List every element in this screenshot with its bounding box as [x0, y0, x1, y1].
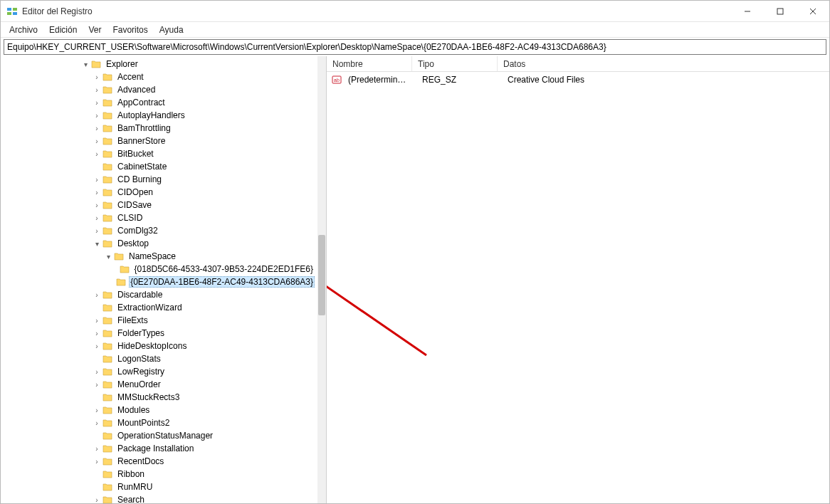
values-list[interactable]: ab (Predeterminado) REG_SZ Creative Clou…	[327, 72, 829, 86]
tree-item[interactable]: › CIDOpen	[1, 186, 317, 199]
chevron-down-icon[interactable]: ▾	[92, 240, 102, 248]
chevron-right-icon[interactable]: ›	[92, 112, 102, 120]
tree-item[interactable]: › Search	[1, 493, 317, 503]
tree-item[interactable]: › MountPoints2	[1, 416, 317, 429]
tree-item[interactable]: › Modules	[1, 404, 317, 416]
tree-item[interactable]: OperationStatusManager	[1, 429, 317, 442]
list-row[interactable]: ab (Predeterminado) REG_SZ Creative Clou…	[327, 73, 829, 86]
menu-favoritos[interactable]: Favoritos	[107, 23, 153, 36]
tree-item[interactable]: CabinetState	[1, 160, 317, 173]
folder-icon	[102, 123, 113, 133]
tree-item[interactable]: MMStuckRects3	[1, 391, 317, 404]
tree-item[interactable]: LogonStats	[1, 352, 317, 365]
svg-rect-2	[7, 12, 11, 15]
maximize-button[interactable]	[764, 1, 797, 22]
tree-item[interactable]: RunMRU	[1, 481, 317, 493]
tree-item-label: AppContract	[116, 98, 167, 107]
tree-pane: ▾ Explorer› Accent› Advanced› AppContrac…	[1, 56, 327, 503]
chevron-down-icon[interactable]: ▾	[80, 61, 90, 68]
tree-scrollbar-thumb[interactable]	[318, 235, 325, 315]
tree-item-selected[interactable]: {0E270DAA-1BE6-48F2-AC49-4313CDA686A3}	[1, 275, 317, 288]
chevron-right-icon[interactable]: ›	[92, 291, 102, 299]
svg-rect-0	[7, 8, 11, 11]
window-title: Editor del Registro	[22, 6, 93, 16]
tree-item-label: MountPoints2	[116, 418, 171, 428]
chevron-right-icon[interactable]: ›	[92, 73, 102, 81]
folder-icon	[102, 303, 113, 313]
tree-item[interactable]: › AppContract	[1, 96, 317, 109]
folder-icon	[102, 392, 113, 402]
tree-item[interactable]: › LowRegistry	[1, 365, 317, 378]
tree-item[interactable]: › BamThrottling	[1, 122, 317, 135]
svg-text:ab: ab	[334, 78, 340, 83]
tree-item[interactable]: › FileExts	[1, 314, 317, 327]
chevron-right-icon[interactable]: ›	[92, 496, 102, 504]
tree-item[interactable]: › HideDesktopIcons	[1, 340, 317, 352]
menu-edicion[interactable]: Edición	[43, 23, 83, 36]
folder-icon	[120, 264, 130, 274]
tree-item-label: Accent	[116, 72, 145, 82]
tree-item[interactable]: {018D5C66-4533-4307-9B53-224DE2ED1FE6}	[1, 263, 317, 275]
chevron-right-icon[interactable]: ›	[92, 86, 102, 94]
annotation-arrow	[327, 270, 483, 377]
col-nombre[interactable]: Nombre	[327, 56, 412, 71]
menu-archivo[interactable]: Archivo	[4, 23, 43, 36]
chevron-right-icon[interactable]: ›	[92, 227, 102, 235]
tree-item[interactable]: › ComDlg32	[1, 224, 317, 237]
chevron-right-icon[interactable]: ›	[92, 458, 102, 466]
folder-icon	[102, 482, 113, 492]
tree-item[interactable]: › Accent	[1, 70, 317, 83]
folder-icon	[102, 456, 113, 466]
chevron-right-icon[interactable]: ›	[92, 445, 102, 453]
tree-item-label: BamThrottling	[116, 123, 172, 133]
tree-item[interactable]: › CIDSave	[1, 199, 317, 211]
col-tipo[interactable]: Tipo	[412, 56, 498, 71]
chevron-down-icon[interactable]: ▾	[103, 253, 113, 261]
tree-item[interactable]: › AutoplayHandlers	[1, 109, 317, 122]
address-bar[interactable]: Equipo\HKEY_CURRENT_USER\Software\Micros…	[4, 39, 826, 55]
tree-item[interactable]: › RecentDocs	[1, 455, 317, 468]
tree-item[interactable]: Ribbon	[1, 468, 317, 481]
tree-item[interactable]: ▾ NameSpace	[1, 250, 317, 263]
chevron-right-icon[interactable]: ›	[92, 368, 102, 376]
chevron-right-icon[interactable]: ›	[92, 137, 102, 145]
tree-item[interactable]: › Advanced	[1, 83, 317, 96]
tree-item[interactable]: › BitBucket	[1, 147, 317, 160]
menu-ver[interactable]: Ver	[83, 23, 107, 36]
tree-item-label: FileExts	[116, 315, 149, 325]
chevron-right-icon[interactable]: ›	[92, 150, 102, 158]
tree-item[interactable]: ▾ Desktop	[1, 237, 317, 250]
tree-item[interactable]: › CD Burning	[1, 173, 317, 186]
tree-scrollbar[interactable]	[317, 56, 326, 503]
chevron-right-icon[interactable]: ›	[92, 214, 102, 222]
tree-item-label: CD Burning	[116, 174, 163, 184]
tree-item[interactable]: › MenuOrder	[1, 378, 317, 391]
col-datos[interactable]: Datos	[498, 56, 829, 71]
chevron-right-icon[interactable]: ›	[92, 125, 102, 132]
minimize-button[interactable]	[731, 1, 764, 22]
chevron-right-icon[interactable]: ›	[92, 176, 102, 184]
close-button[interactable]	[797, 1, 829, 22]
chevron-right-icon[interactable]: ›	[92, 317, 102, 325]
chevron-right-icon[interactable]: ›	[92, 189, 102, 196]
tree-item[interactable]: › CLSID	[1, 211, 317, 224]
menu-ayuda[interactable]: Ayuda	[154, 23, 189, 36]
chevron-right-icon[interactable]: ›	[92, 330, 102, 337]
chevron-right-icon[interactable]: ›	[92, 419, 102, 427]
chevron-right-icon[interactable]: ›	[92, 406, 102, 414]
tree-item[interactable]: ▾ Explorer	[1, 58, 317, 70]
tree-item[interactable]: ExtractionWizard	[1, 301, 317, 314]
tree-item[interactable]: › FolderTypes	[1, 327, 317, 340]
chevron-right-icon[interactable]: ›	[92, 99, 102, 107]
tree-item-label: RunMRU	[116, 482, 154, 492]
tree-item[interactable]: › Package Installation	[1, 442, 317, 455]
tree-item[interactable]: › Discardable	[1, 288, 317, 301]
folder-icon	[102, 200, 113, 210]
folder-icon	[102, 379, 113, 389]
chevron-right-icon[interactable]: ›	[92, 342, 102, 350]
chevron-right-icon[interactable]: ›	[92, 381, 102, 389]
registry-tree[interactable]: ▾ Explorer› Accent› Advanced› AppContrac…	[1, 56, 317, 503]
folder-icon	[102, 226, 113, 236]
chevron-right-icon[interactable]: ›	[92, 201, 102, 209]
tree-item[interactable]: › BannerStore	[1, 135, 317, 147]
